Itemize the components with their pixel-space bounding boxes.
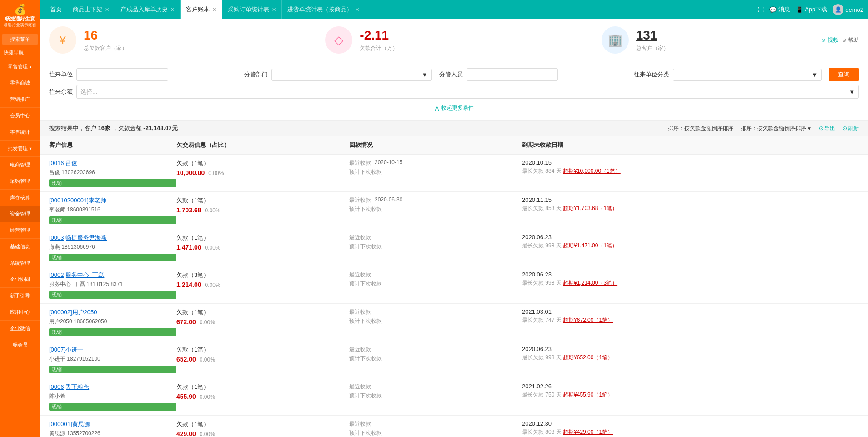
sidebar-item-enterprise-wechat[interactable]: 企业微信: [0, 321, 40, 337]
overdue-info-5: 2020.06.23 最长欠款 998 天 超期¥652.00（1笔）: [522, 346, 859, 362]
next-collect-label: 预计下次收款: [349, 243, 382, 251]
overdue-link[interactable]: 超期¥1,703.68（1笔）: [563, 205, 617, 211]
source-unit-input[interactable]: ···: [76, 68, 168, 81]
sidebar-item-member-center[interactable]: 会员中心: [0, 108, 40, 124]
customer-name-link[interactable]: [0002]服务中心_丁磊: [49, 271, 176, 279]
debt-ratio: 0.00%: [205, 245, 221, 251]
tab-customer-account[interactable]: 客户账本 ✕: [181, 0, 222, 19]
sidebar-item-app-center[interactable]: 应用中心: [0, 304, 40, 321]
customer-name-link[interactable]: [000001]黄思源: [49, 420, 176, 428]
next-collect-label: 预计下次收款: [349, 429, 382, 437]
unit-type-select[interactable]: ▼: [673, 69, 822, 81]
tab-close-icon[interactable]: ✕: [105, 7, 109, 13]
overdue-info-4: 2021.03.01 最长欠款 747 天 超期¥672.00（1笔）: [522, 308, 859, 324]
search-button[interactable]: 查询: [829, 68, 859, 81]
sidebar-item-operations[interactable]: 经营管理: [0, 222, 40, 239]
person-input[interactable]: ···: [467, 68, 558, 81]
message-btn[interactable]: 💬 消息: [769, 5, 790, 14]
shortcut-nav[interactable]: 快捷导航: [0, 46, 40, 59]
dept-select[interactable]: ▼: [271, 69, 432, 81]
dept-field: 分管部门 ▼: [244, 69, 432, 81]
sort-select[interactable]: 排序：按欠款金额倒序排序: [668, 125, 733, 132]
overdue-date: 2020.06.23: [522, 271, 859, 278]
overdue-link[interactable]: 超期¥10,000.00（1笔）: [563, 168, 621, 174]
tab-production-history[interactable]: 产成品入库单历史 ✕: [115, 0, 181, 19]
customer-tag: 现销: [49, 216, 176, 224]
result-info: 搜索结果中，客户 16家 ，欠款金额 -21,148.07元: [49, 124, 178, 132]
source-unit-text-input[interactable]: [80, 71, 157, 78]
tab-product-listing[interactable]: 商品上下架 ✕: [67, 0, 115, 19]
overdue-amount-info: -2.11 欠款合计（万）: [360, 28, 398, 52]
sidebar-item-label: 零售管理: [8, 63, 28, 70]
source-unit-dots-icon[interactable]: ···: [159, 71, 164, 78]
tab-instock-stats[interactable]: 进货单统计表（按商品） ✕: [282, 0, 365, 19]
total-customers-icon: 🏢: [602, 26, 629, 54]
overdue-date: 2020.06.23: [522, 234, 859, 241]
overdue-link[interactable]: 超期¥672.00（1笔）: [563, 317, 613, 323]
debt-ratio: 0.00%: [200, 394, 215, 400]
tab-home[interactable]: 首页: [45, 0, 67, 19]
overdue-date: 2020.10.15: [522, 159, 859, 166]
overdue-info-2: 2020.06.23 最长欠款 998 天 超期¥1,471.00（1笔）: [522, 234, 859, 250]
overdue-link[interactable]: 超期¥1,214.00（3笔）: [563, 280, 617, 286]
customer-name-link[interactable]: [0016]吕俊: [49, 159, 176, 167]
help-btn[interactable]: ⊙ 帮助: [842, 36, 859, 44]
main-area: 首页 商品上下架 ✕ 产成品入库单历史 ✕ 客户账本 ✕ 采购订单统计表 ✕: [40, 0, 868, 437]
window-maximize-icon[interactable]: ⛶: [758, 6, 764, 13]
sidebar-item-finance[interactable]: 资金管理: [0, 206, 40, 222]
overdue-link[interactable]: 超期¥652.00（1笔）: [563, 354, 613, 361]
sidebar-item-batch-mgmt[interactable]: 批发管理 ▼: [0, 141, 40, 157]
customer-name-link[interactable]: [00010200001]李老师: [49, 196, 176, 205]
customer-info-7: [000001]黄思源 黄思源 13552700226 现销: [49, 420, 176, 437]
collapse-btn[interactable]: ⋀ 收起更多条件: [49, 102, 859, 114]
person-text-input[interactable]: [471, 71, 547, 78]
overdue-link[interactable]: 超期¥455.90（1笔）: [563, 392, 613, 398]
sidebar-item-marketing[interactable]: 营销推广: [0, 91, 40, 108]
video-btn[interactable]: ⊙ 视频: [821, 36, 838, 44]
tab-close-icon[interactable]: ✕: [171, 7, 175, 13]
tab-close-icon[interactable]: ✕: [212, 7, 216, 13]
customer-name-link[interactable]: [0007]小进干: [49, 346, 176, 354]
sidebar-item-new-guide[interactable]: 新手引导: [0, 288, 40, 304]
result-actions: 排序：按欠款金额倒序排序 排序：按欠款金额倒序排序 排序：按欠款金额倒序排序 ▼…: [668, 125, 859, 132]
overdue-days: 最长欠款 747 天 超期¥672.00（1笔）: [522, 316, 859, 324]
customer-sub: 小进干 18279152100: [49, 355, 176, 363]
tab-purchase-stats[interactable]: 采购订单统计表 ✕: [222, 0, 282, 19]
tab-close-icon[interactable]: ✕: [355, 7, 359, 13]
person-dots-icon[interactable]: ···: [549, 71, 554, 78]
customer-name-link[interactable]: [0006]丢下粮仓: [49, 383, 176, 391]
overdue-days: 最长欠款 998 天 超期¥652.00（1笔）: [522, 354, 859, 362]
export-btn[interactable]: ⊙ 导出: [819, 125, 835, 132]
next-collect-label: 预计下次收款: [349, 206, 382, 213]
sidebar-item-basic-info[interactable]: 基础信息: [0, 239, 40, 255]
sidebar-item-purchase-mgmt[interactable]: 采购管理: [0, 173, 40, 190]
sidebar-item-retail-mall[interactable]: 零售商城: [0, 75, 40, 91]
customer-name-link[interactable]: [0003]畅捷服务尹海燕: [49, 234, 176, 242]
sidebar-item-retail-stats[interactable]: 零售统计: [0, 124, 40, 141]
search-menu[interactable]: 搜索菜单: [2, 34, 38, 45]
sidebar-item-inventory[interactable]: 库存核算: [0, 190, 40, 206]
sidebar-item-enterprise[interactable]: 企业协同: [0, 271, 40, 288]
source-unit-label: 往来单位: [49, 70, 73, 79]
balance-select[interactable]: 选择... ▼: [76, 85, 859, 99]
app-download-btn[interactable]: 📱 App下载: [796, 5, 827, 14]
refresh-btn[interactable]: ⊙ 刷新: [843, 125, 859, 132]
sidebar-item-smooth-member[interactable]: 畅会员: [0, 337, 40, 353]
customer-info-1: [00010200001]李老师 李老师 18600391516 现销: [49, 196, 176, 224]
sidebar-item-system-mgmt[interactable]: 系统管理: [0, 255, 40, 271]
sidebar-item-ecommerce[interactable]: 电商管理: [0, 157, 40, 173]
next-collect-label: 预计下次收款: [349, 355, 382, 362]
customer-tag: 现销: [49, 179, 176, 187]
sidebar-item-retail-mgmt[interactable]: 零售管理 ▲: [0, 59, 40, 75]
sort-control[interactable]: 排序：按欠款金额倒序排序 ▼: [741, 125, 812, 132]
debt-count: 欠款（1笔）: [176, 159, 349, 167]
customer-name-link[interactable]: [000002]用户2050: [49, 308, 176, 316]
tab-close-icon[interactable]: ✕: [272, 7, 276, 13]
shortcut-nav-label: 快捷导航: [4, 49, 24, 56]
overdue-link[interactable]: 超期¥429.00（1笔）: [563, 429, 613, 435]
user-avatar-btn[interactable]: 👤 demo2: [833, 4, 863, 15]
col-header-customer: 客户信息: [49, 141, 176, 149]
window-minimize-icon[interactable]: —: [747, 6, 753, 13]
debt-info-6: 欠款（1笔） 455.90 0.00%: [176, 383, 349, 400]
overdue-link[interactable]: 超期¥1,471.00（1笔）: [563, 242, 617, 249]
